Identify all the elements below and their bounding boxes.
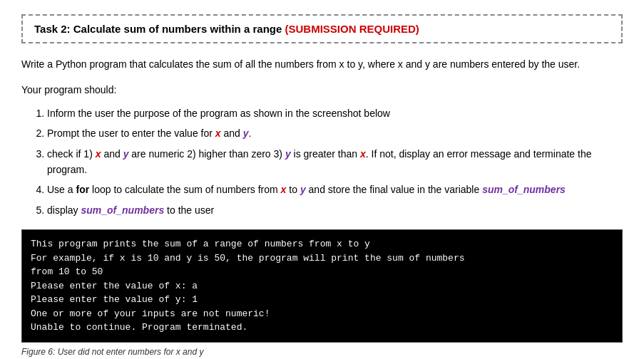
instruction-3-x2: x bbox=[360, 148, 366, 160]
instruction-4-bold: for bbox=[76, 184, 89, 195]
instruction-3-m3: is greater than bbox=[291, 148, 360, 160]
instruction-2-middle: and bbox=[221, 128, 243, 139]
task-title-text: Task 2: Calculate sum of numbers within … bbox=[34, 23, 285, 35]
instruction-2-x: x bbox=[215, 128, 221, 139]
terminal-output: This program prints the sum of a range o… bbox=[21, 229, 623, 343]
instruction-4-sum: sum_of_numbers bbox=[482, 184, 566, 195]
intro-paragraph: Write a Python program that calculates t… bbox=[21, 56, 623, 72]
list-item-2: Prompt the user to enter the value for x… bbox=[47, 125, 623, 141]
your-program-label: Your program should: bbox=[21, 82, 623, 98]
instruction-5-sum: sum_of_numbers bbox=[81, 204, 164, 216]
instruction-2-y: y bbox=[243, 128, 249, 139]
list-item-1: Inform the user the purpose of the progr… bbox=[47, 105, 623, 121]
list-item-3: check if 1) x and y are numeric 2) highe… bbox=[47, 146, 623, 178]
task-box: Task 2: Calculate sum of numbers within … bbox=[21, 14, 623, 43]
figure-caption: Figure 6: User did not enter numbers for… bbox=[21, 347, 623, 357]
list-item-4: Use a for loop to calculate the sum of n… bbox=[47, 182, 623, 197]
instruction-5-after: to the user bbox=[164, 204, 214, 216]
instruction-4-middle: loop to calculate the sum of numbers fro… bbox=[89, 184, 280, 195]
instruction-1-text: Inform the user the purpose of the progr… bbox=[47, 108, 390, 119]
instruction-5-before: display bbox=[47, 204, 81, 216]
terminal-line-2: For example, if x is 10 and y is 50, the… bbox=[31, 251, 613, 266]
terminal-line-1: This program prints the sum of a range o… bbox=[31, 237, 613, 251]
terminal-line-6: One or more of your inputs are not numer… bbox=[31, 307, 613, 321]
list-item-5: display sum_of_numbers to the user bbox=[47, 202, 623, 218]
instruction-4-m2: to bbox=[286, 184, 300, 195]
instruction-2-after: . bbox=[249, 128, 252, 139]
terminal-line-4: Please enter the value of x: a bbox=[31, 279, 613, 293]
instruction-4-y: y bbox=[300, 184, 306, 195]
instruction-3-before: check if 1) bbox=[47, 148, 96, 160]
task-title: Task 2: Calculate sum of numbers within … bbox=[34, 23, 419, 35]
terminal-line-7: Unable to continue. Program terminated. bbox=[31, 321, 613, 335]
instruction-3-y2: y bbox=[285, 148, 291, 160]
instruction-3-m2: are numeric 2) higher than zero 3) bbox=[128, 148, 285, 160]
task-title-required: (SUBMISSION REQUIRED) bbox=[285, 23, 419, 35]
instruction-3-x1: x bbox=[96, 148, 101, 160]
instruction-2-before: Prompt the user to enter the value for bbox=[47, 128, 215, 139]
terminal-line-3: from 10 to 50 bbox=[31, 265, 613, 279]
terminal-line-5: Please enter the value of y: 1 bbox=[31, 293, 613, 307]
instructions-list: Inform the user the purpose of the progr… bbox=[21, 105, 623, 218]
instruction-3-m1: and bbox=[101, 148, 123, 160]
instruction-4-m3: and store the final value in the variabl… bbox=[306, 184, 483, 195]
instruction-4-before: Use a bbox=[47, 184, 76, 195]
